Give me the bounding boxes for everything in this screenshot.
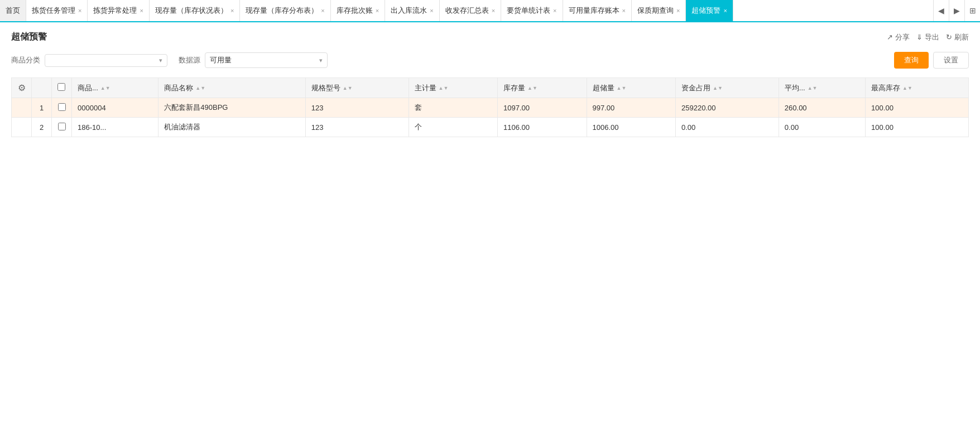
- datasource-select[interactable]: 可用量 ▾: [205, 52, 328, 68]
- nav-item-available[interactable]: 可用量库存账本 ×: [563, 0, 632, 21]
- nav-label-task: 拣货任务管理: [32, 6, 75, 16]
- nav-close-demand[interactable]: ×: [553, 7, 556, 14]
- sort-icon-spec: ▲▼: [343, 85, 353, 91]
- sort-icon-stock: ▲▼: [527, 85, 537, 91]
- col-header-spec[interactable]: 规格型号 ▲▼: [305, 78, 409, 98]
- sort-icon-over-stock: ▲▼: [617, 85, 627, 91]
- sort-icon-unit: ▲▼: [439, 85, 449, 91]
- nav-expand-btn[interactable]: ⊞: [964, 0, 980, 22]
- row-max-stock: 100.00: [866, 118, 969, 137]
- col-header-capital[interactable]: 资金占用 ▲▼: [676, 78, 779, 98]
- top-navigation: 首页 拣货任务管理 × 拣货异常处理 × 现存量（库存状况表） × 现存量（库存…: [0, 0, 980, 22]
- select-all-checkbox[interactable]: [57, 83, 65, 91]
- nav-item-home[interactable]: 首页: [0, 0, 26, 21]
- col-header-unit[interactable]: 主计量 ▲▼: [409, 78, 497, 98]
- row-capital: 259220.00: [676, 98, 779, 118]
- nav-label-stock-status: 现存量（库存状况表）: [155, 6, 228, 16]
- share-label: 分享: [895, 32, 910, 42]
- nav-item-exception[interactable]: 拣货异常处理 ×: [88, 0, 149, 21]
- header-actions: ↗ 分享 ⇓ 导出 ↻ 刷新: [887, 32, 969, 42]
- row-spec: 123: [305, 118, 409, 137]
- refresh-label: 刷新: [954, 32, 969, 42]
- share-icon: ↗: [887, 33, 893, 41]
- nav-label-demand: 要货单统计表: [507, 6, 550, 16]
- nav-label-exception: 拣货异常处理: [93, 6, 137, 16]
- nav-label-home: 首页: [6, 6, 20, 16]
- export-button[interactable]: ⇓ 导出: [916, 32, 939, 42]
- nav-label-overstock: 超储预警: [691, 6, 720, 16]
- sort-icon-product-name: ▲▼: [195, 85, 205, 91]
- nav-close-available[interactable]: ×: [622, 7, 626, 14]
- nav-item-flow[interactable]: 出入库流水 ×: [385, 0, 439, 21]
- row-stock: 1097.00: [498, 98, 587, 118]
- row-checkbox-cell[interactable]: [52, 98, 72, 118]
- page-header: 超储预警 ↗ 分享 ⇓ 导出 ↻ 刷新: [11, 31, 969, 43]
- nav-item-stock-status[interactable]: 现存量（库存状况表） ×: [150, 0, 240, 21]
- col-header-product-code[interactable]: 商品... ▲▼: [72, 78, 158, 98]
- category-label: 商品分类: [11, 55, 40, 65]
- nav-close-task[interactable]: ×: [78, 7, 81, 14]
- col-header-index: [32, 78, 52, 98]
- nav-item-overstock[interactable]: 超储预警 ×: [686, 0, 733, 21]
- nav-item-task[interactable]: 拣货任务管理 ×: [26, 0, 88, 21]
- settings-button[interactable]: 设置: [933, 52, 969, 69]
- nav-close-stock-status[interactable]: ×: [230, 7, 234, 14]
- nav-label-available: 可用量库存账本: [569, 6, 619, 16]
- nav-close-stock-dist[interactable]: ×: [321, 7, 324, 14]
- col-header-checkbox[interactable]: [52, 78, 72, 98]
- row-spec: 123: [305, 98, 409, 118]
- nav-close-quality[interactable]: ×: [676, 7, 680, 14]
- sort-icon-product-code: ▲▼: [100, 85, 111, 91]
- nav-prev-btn[interactable]: ◀: [933, 0, 949, 22]
- nav-item-stock-dist[interactable]: 现存量（库存分布表） ×: [240, 0, 330, 21]
- col-header-stock[interactable]: 库存量 ▲▼: [498, 78, 587, 98]
- sort-icon-avg: ▲▼: [808, 85, 818, 91]
- refresh-button[interactable]: ↻ 刷新: [946, 32, 969, 42]
- nav-close-batch[interactable]: ×: [376, 7, 379, 14]
- nav-close-exception[interactable]: ×: [140, 7, 143, 14]
- nav-item-batch[interactable]: 库存批次账 ×: [331, 0, 385, 21]
- datasource-select-value: 可用量: [210, 55, 232, 65]
- category-filter-group: 商品分类 ▾: [11, 54, 167, 67]
- row-unit: 个: [409, 118, 497, 137]
- table-body: 1 0000004 六配套新昌490BPG 123 套 1097.00 997.…: [12, 98, 969, 137]
- col-header-settings[interactable]: ⚙: [12, 78, 32, 98]
- share-button[interactable]: ↗ 分享: [887, 32, 910, 42]
- query-button[interactable]: 查询: [894, 52, 929, 69]
- row-index: 2: [32, 118, 52, 137]
- data-table: ⚙ 商品... ▲▼ 商品名称 ▲▼: [11, 77, 969, 137]
- nav-label-flow: 出入库流水: [391, 6, 427, 16]
- row-checkbox[interactable]: [58, 103, 66, 111]
- row-settings-cell: [12, 98, 32, 118]
- row-checkbox-cell[interactable]: [52, 118, 72, 137]
- col-header-product-name[interactable]: 商品名称 ▲▼: [158, 78, 305, 98]
- row-over-stock: 1006.00: [587, 118, 675, 137]
- row-unit: 套: [409, 98, 497, 118]
- row-checkbox[interactable]: [58, 123, 66, 130]
- nav-close-overstock[interactable]: ×: [723, 7, 727, 14]
- row-index: 1: [32, 98, 52, 118]
- row-stock: 1106.00: [498, 118, 587, 137]
- datasource-label: 数据源: [179, 55, 200, 65]
- nav-close-flow[interactable]: ×: [430, 7, 433, 14]
- category-select[interactable]: ▾: [45, 54, 167, 67]
- col-header-over-stock[interactable]: 超储量 ▲▼: [587, 78, 675, 98]
- table-header-row: ⚙ 商品... ▲▼ 商品名称 ▲▼: [12, 78, 969, 98]
- col-header-avg[interactable]: 平均... ▲▼: [779, 78, 865, 98]
- nav-item-demand[interactable]: 要货单统计表 ×: [501, 0, 563, 21]
- nav-close-summary[interactable]: ×: [492, 7, 495, 14]
- nav-label-quality: 保质期查询: [637, 6, 674, 16]
- filter-actions: 查询 设置: [894, 52, 969, 69]
- datasource-filter-group: 数据源 可用量 ▾: [179, 52, 328, 68]
- gear-icon[interactable]: ⚙: [17, 83, 26, 93]
- col-header-max-stock[interactable]: 最高库存 ▲▼: [866, 78, 969, 98]
- table-row: 1 0000004 六配套新昌490BPG 123 套 1097.00 997.…: [12, 98, 969, 118]
- nav-next-btn[interactable]: ▶: [949, 0, 964, 22]
- refresh-icon: ↻: [946, 33, 952, 41]
- nav-item-summary[interactable]: 收发存汇总表 ×: [440, 0, 501, 21]
- page-title: 超储预警: [11, 31, 47, 43]
- table-row: 2 186-10... 机油滤清器 123 个 1106.00 1006.00 …: [12, 118, 969, 137]
- export-label: 导出: [925, 32, 939, 42]
- row-over-stock: 997.00: [587, 98, 675, 118]
- nav-item-quality[interactable]: 保质期查询 ×: [632, 0, 686, 21]
